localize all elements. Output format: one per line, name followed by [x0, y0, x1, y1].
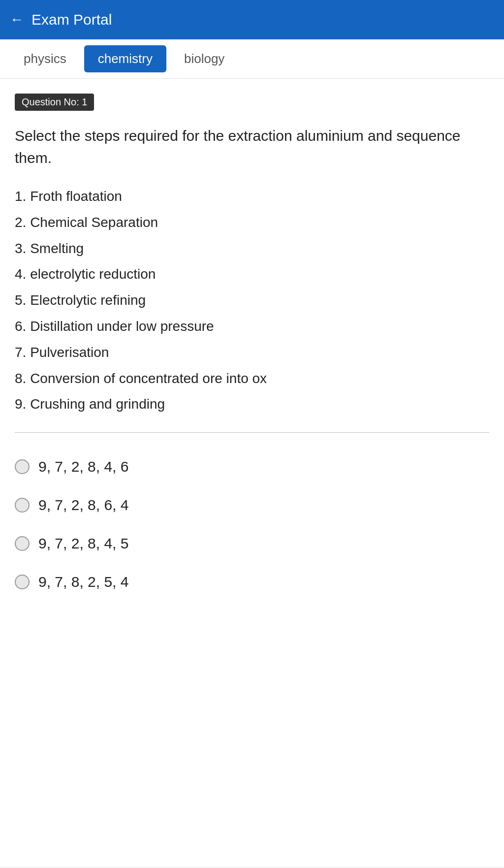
step-item: 6. Distillation under low pressure: [15, 314, 489, 340]
question-badge: Question No: 1: [15, 94, 94, 111]
tab-physics[interactable]: physics: [10, 45, 80, 72]
step-item: 3. Smelting: [15, 236, 489, 262]
radio-button-2[interactable]: [15, 498, 30, 513]
option-label-4: 9, 7, 8, 2, 5, 4: [38, 574, 128, 590]
option-3[interactable]: 9, 7, 2, 8, 4, 5: [15, 524, 489, 563]
option-1[interactable]: 9, 7, 2, 8, 4, 6: [15, 448, 489, 486]
radio-button-1[interactable]: [15, 459, 30, 474]
header-title: Exam Portal: [32, 11, 112, 28]
tabs-bar: physics chemistry biology: [0, 39, 504, 79]
step-item: 1. Froth floatation: [15, 184, 489, 210]
option-label-2: 9, 7, 2, 8, 6, 4: [38, 497, 128, 514]
steps-list: 1. Froth floatation 2. Chemical Separati…: [15, 184, 489, 418]
option-2[interactable]: 9, 7, 2, 8, 6, 4: [15, 486, 489, 524]
app-header: ← Exam Portal: [0, 0, 504, 39]
options-list: 9, 7, 2, 8, 4, 6 9, 7, 2, 8, 6, 4 9, 7, …: [15, 448, 489, 601]
step-item: 4. electrolytic reduction: [15, 261, 489, 288]
step-item: 5. Electrolytic refining: [15, 288, 489, 314]
step-item: 9. Crushing and grinding: [15, 391, 489, 418]
question-text: Select the steps required for the extrac…: [15, 125, 489, 169]
radio-button-4[interactable]: [15, 575, 30, 589]
option-label-1: 9, 7, 2, 8, 4, 6: [38, 458, 128, 475]
radio-button-3[interactable]: [15, 536, 30, 551]
content-area: Question No: 1 Select the steps required…: [0, 79, 504, 867]
tab-biology[interactable]: biology: [170, 45, 238, 72]
step-item: 2. Chemical Separation: [15, 210, 489, 236]
option-4[interactable]: 9, 7, 8, 2, 5, 4: [15, 563, 489, 601]
back-button[interactable]: ←: [10, 12, 24, 28]
section-divider: [15, 432, 489, 433]
step-item: 7. Pulverisation: [15, 340, 489, 366]
option-label-3: 9, 7, 2, 8, 4, 5: [38, 535, 128, 552]
step-item: 8. Conversion of concentrated ore into o…: [15, 366, 489, 392]
tab-chemistry[interactable]: chemistry: [84, 45, 166, 72]
